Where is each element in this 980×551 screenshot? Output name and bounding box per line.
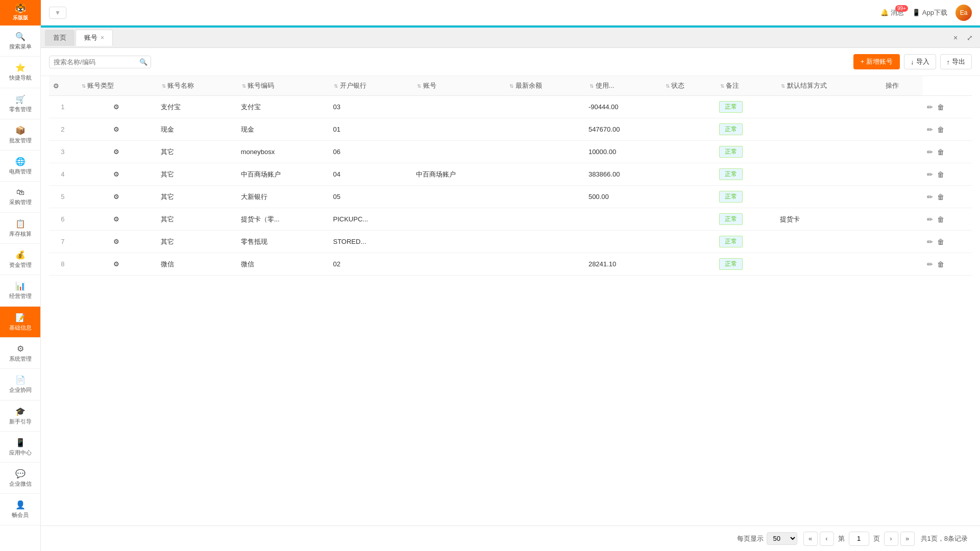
col-header-type[interactable]: ⇅ 账号类型: [77, 76, 157, 96]
sidebar-label-inventory: 库存核算: [9, 230, 32, 237]
user-avatar[interactable]: Ea: [955, 5, 972, 21]
edit-button-7[interactable]: ✏: [927, 260, 933, 268]
col-header-account[interactable]: ⇅ 账号: [412, 76, 504, 96]
sidebar-item-finance-mgmt[interactable]: 💰 资金管理: [0, 244, 40, 275]
page-size-select[interactable]: 50 20 100: [767, 532, 797, 545]
edit-button-4[interactable]: ✏: [927, 193, 933, 201]
delete-button-7[interactable]: 🗑: [937, 260, 944, 268]
sidebar-item-quick-nav[interactable]: ⭐ 快捷导航: [0, 57, 40, 88]
sidebar-item-wholesale-mgmt[interactable]: 📦 批发管理: [0, 119, 40, 151]
tab-home[interactable]: 首页: [45, 30, 75, 46]
row-settings-3[interactable]: ⚙: [77, 163, 157, 186]
sidebar-item-member[interactable]: 👤 畅会员: [0, 494, 40, 525]
row-settings-0[interactable]: ⚙: [77, 96, 157, 118]
maximize-button[interactable]: ⤢: [964, 32, 976, 44]
sidebar-icon-member: 👤: [15, 500, 26, 510]
row-account-3: [504, 163, 584, 186]
edit-button-6[interactable]: ✏: [927, 238, 933, 246]
sidebar-item-search-menu[interactable]: 🔍 搜索菜单: [0, 26, 40, 57]
table-row: 3⚙ 其它 moneybosx 06 10000.00 正常 ✏ 🗑: [49, 141, 972, 163]
row-status-3: 正常: [715, 163, 776, 186]
col-header-balance[interactable]: ⇅ 最新余额: [504, 76, 584, 96]
notification-button[interactable]: 🔔 消息 99+: [880, 8, 904, 17]
row-bank-1: [412, 118, 504, 141]
import-button[interactable]: ↓ 导入: [904, 54, 936, 69]
phone-icon: 📱: [912, 9, 920, 16]
add-account-button[interactable]: + 新增账号: [853, 54, 900, 69]
sidebar-item-beginner-guide[interactable]: 🎓 新手引导: [0, 400, 40, 432]
search-icon[interactable]: 🔍: [139, 58, 148, 66]
row-balance-1: 547670.00: [584, 118, 660, 141]
delete-button-4[interactable]: 🗑: [937, 193, 944, 201]
sidebar-label-purchase-mgmt: 采购管理: [9, 198, 32, 206]
col-header-code[interactable]: ⇅ 账号编码: [237, 76, 329, 96]
prev-page-button[interactable]: ‹: [820, 532, 834, 546]
page-number-input[interactable]: [849, 532, 869, 546]
row-settings-2[interactable]: ⚙: [77, 141, 157, 163]
row-settings-5[interactable]: ⚙: [77, 208, 157, 231]
next-page-button[interactable]: ›: [884, 532, 898, 546]
sidebar-item-system-mgmt[interactable]: ⚙ 系统管理: [0, 338, 40, 369]
sidebar-icon-app-center: 📱: [15, 438, 26, 447]
edit-button-3[interactable]: ✏: [927, 170, 933, 179]
last-page-button[interactable]: »: [900, 532, 915, 546]
edit-button-5[interactable]: ✏: [927, 215, 933, 223]
logo-icon: 🐯: [15, 4, 26, 13]
sidebar-icon-basic-info: 📝: [15, 313, 26, 322]
row-name-6: 零售抵现: [237, 231, 329, 253]
row-type-6: 其它: [157, 231, 237, 253]
first-page-button[interactable]: «: [803, 532, 818, 546]
row-name-1: 现金: [237, 118, 329, 141]
col-header-name[interactable]: ⇅ 账号名称: [157, 76, 237, 96]
sidebar-item-basic-info[interactable]: 📝 基础信息: [0, 307, 40, 338]
col-header-bank[interactable]: ⇅ 开户银行: [329, 76, 412, 96]
row-settings-4[interactable]: ⚙: [77, 186, 157, 208]
col-header-status[interactable]: ⇅ 状态: [660, 76, 715, 96]
status-badge: 正常: [719, 213, 743, 225]
delete-button-0[interactable]: 🗑: [937, 103, 944, 111]
tab-close-account[interactable]: ×: [101, 35, 104, 41]
edit-button-2[interactable]: ✏: [927, 148, 933, 156]
delete-button-3[interactable]: 🗑: [937, 170, 944, 179]
sidebar-item-inventory[interactable]: 📋 库存核算: [0, 213, 40, 244]
sidebar-item-biz-agreement[interactable]: 📄 企业协同: [0, 369, 40, 400]
row-code-4: 05: [329, 186, 412, 208]
sidebar-menu: 🔍 搜索菜单⭐ 快捷导航🛒 零售管理📦 批发管理🌐 电商管理🛍 采购管理📋 库存…: [0, 26, 40, 551]
delete-button-2[interactable]: 🗑: [937, 148, 944, 156]
delete-button-5[interactable]: 🗑: [937, 215, 944, 223]
sidebar-item-ecommerce-mgmt[interactable]: 🌐 电商管理: [0, 151, 40, 182]
sidebar-item-purchase-mgmt[interactable]: 🛍 采购管理: [0, 182, 40, 212]
delete-button-1[interactable]: 🗑: [937, 126, 944, 134]
edit-button-1[interactable]: ✏: [927, 126, 933, 134]
search-input[interactable]: [54, 58, 139, 66]
status-badge: 正常: [719, 236, 743, 247]
row-code-6: STORED...: [329, 231, 412, 253]
sidebar: 🐯 乐版版 🔍 搜索菜单⭐ 快捷导航🛒 零售管理📦 批发管理🌐 电商管理🛍 采购…: [0, 0, 41, 551]
col-header-remark[interactable]: ⇅ 备注: [715, 76, 776, 96]
import-label: 导入: [916, 57, 929, 66]
sidebar-icon-biz-agreement: 📄: [15, 375, 26, 385]
row-bank-3: 中百商场账户: [412, 163, 504, 186]
sidebar-label-quick-nav: 快捷导航: [9, 74, 32, 81]
minimize-button[interactable]: ×: [949, 32, 962, 44]
app-download-button[interactable]: 📱 App下载: [912, 8, 947, 17]
col-header-usage[interactable]: ⇅ 使用...: [584, 76, 660, 96]
sidebar-item-ops-mgmt[interactable]: 📊 经营管理: [0, 275, 40, 306]
sidebar-item-retail-mgmt[interactable]: 🛒 零售管理: [0, 88, 40, 119]
col-header-settlement[interactable]: ⇅ 默认结算方式: [776, 76, 881, 96]
delete-button-6[interactable]: 🗑: [937, 238, 944, 246]
export-button[interactable]: ↑ 导出: [940, 54, 972, 69]
row-settings-7[interactable]: ⚙: [77, 253, 157, 276]
page-size-label: 每页显示: [737, 534, 764, 543]
edit-button-0[interactable]: ✏: [927, 103, 933, 111]
row-settings-1[interactable]: ⚙: [77, 118, 157, 141]
row-settings-6[interactable]: ⚙: [77, 231, 157, 253]
tab-account[interactable]: 账号×: [76, 30, 113, 46]
page-label: 第: [838, 534, 845, 543]
sidebar-item-app-center[interactable]: 📱 应用中心: [0, 432, 40, 463]
sidebar-item-enterprise-wechat[interactable]: 💬 企业微信: [0, 463, 40, 494]
store-selector[interactable]: ▼: [49, 7, 66, 19]
row-bank-6: [412, 231, 504, 253]
table-row: 6⚙ 其它 提货卡（零... PICKUPC... 正常 提货卡 ✏ 🗑: [49, 208, 972, 231]
settings-col-icon[interactable]: ⚙: [53, 82, 59, 90]
